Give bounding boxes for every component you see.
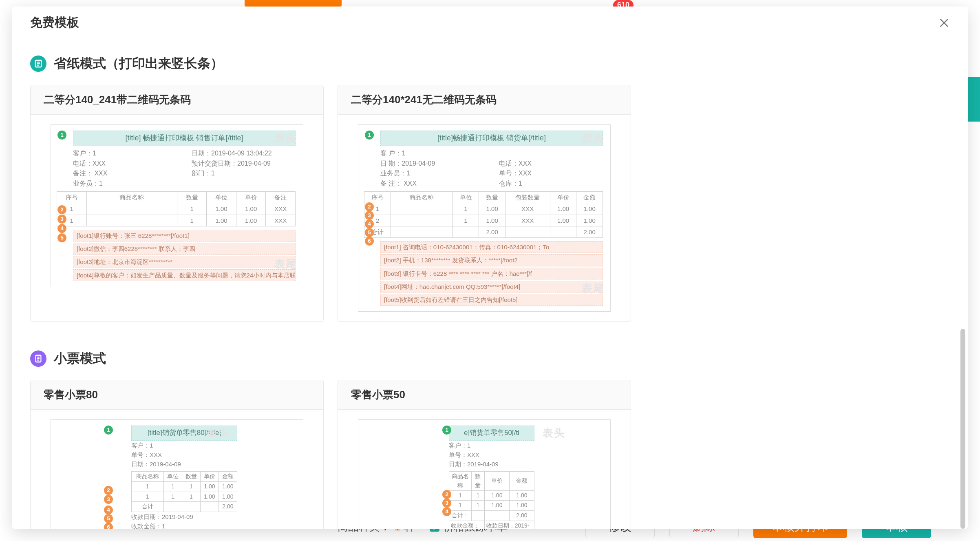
bullet-icon: 6 (365, 237, 374, 246)
th: 序号 (57, 192, 87, 203)
kv-item: 日期：2019-04-09 (131, 459, 237, 469)
th: 数量 (479, 192, 505, 203)
th: 商品名称 (86, 192, 177, 203)
table-row: 1111.001.00 (132, 492, 237, 502)
close-icon (939, 18, 949, 28)
close-button[interactable] (937, 16, 951, 30)
preview-table: 序号 商品名称 单位 数量 包装数量 单价 金额 111.00XXX1.001.… (364, 191, 603, 238)
table-row: 111.001.00XXX (57, 215, 296, 226)
table-sum-row: 合计：2.00 (449, 511, 534, 521)
kv-block: 客户：1 单号：XXX 日期：2019-04-09 (449, 441, 534, 469)
table-sum-row: 合计2.00 (132, 502, 237, 512)
template-preview: 表头 1 [title]畅捷通打印模板 销货单[/title] 客 户：1 日 … (358, 124, 611, 312)
kv-item: 收款日期：2019-04-09 (131, 512, 237, 521)
th: 单价 (484, 472, 509, 490)
bullet-icon: 2 (365, 202, 374, 211)
section-paper-save: 省纸模式（打印出来竖长条） (30, 55, 950, 73)
note-icon (30, 350, 46, 367)
kv-item: 客户：1 (131, 441, 237, 450)
th: 包装数量 (505, 192, 550, 203)
kv-item: 仓库：1 (499, 179, 603, 189)
bullet-icon: 3 (57, 215, 66, 224)
table-row: 111.00XXX1.001.00 (364, 203, 603, 215)
kv-item: 预计交货日期：2019-04-09 (192, 159, 296, 169)
modal-title: 免费模板 (30, 14, 79, 31)
template-card-rc2[interactable]: 零售小票50 表头 1 e]销货单零售50[/ti 客户：1 单号：XXX 日期… (338, 380, 631, 529)
preview-title: [title] 畅捷通打印模板 销售订单[/title] (73, 131, 296, 146)
th: 单价 (550, 192, 576, 203)
table-row: 111.001.00XXX (57, 203, 296, 215)
bullet-icon: 1 (365, 131, 374, 140)
preview-table: 商品名称数量单价金额 111.001.00 111.001.00 合计：2.00… (449, 471, 534, 529)
kv-item: 备 注： XXX (380, 179, 484, 189)
foot-line: [foot3]地址：北京市海淀区********** (73, 256, 296, 268)
template-card-rc1[interactable]: 零售小票80 表头 1 [title]销货单零售80[/title] 客户：1 … (30, 380, 324, 529)
th: 数量 (471, 472, 484, 490)
foot-line: [foot2] 手机：138******** 发货联系人：*****[/foot… (380, 254, 603, 266)
foot-line: [foot3] 银行卡号：6228 **** **** **** *** 户名：… (380, 268, 603, 279)
table-row: 211.00XXX1.001.00 (364, 215, 603, 226)
kv-after: 收款日期：2019-04-09 收款金额：1 (131, 512, 237, 529)
table-row: 111.001.00 (449, 501, 534, 511)
kv-item: 单号：XXX (131, 450, 237, 459)
preview-title: e]销货单零售50[/ti (449, 426, 534, 440)
kv-block: 客户：1 单号：XXX 日期：2019-04-09 (131, 441, 237, 469)
foot-line: [foot5]收到货后如有差错请在三日之内告知[/foot5] (380, 294, 603, 306)
section-paper-save-title: 省纸模式（打印出来竖长条） (54, 55, 223, 73)
foot-line: [foot4]网址：hao.chanjet.com QQ:593******[/… (380, 281, 603, 293)
foot-line: [foot4]尊敬的客户：如发生产品质量、数量及服务等问题，请您24小时内与本店… (73, 269, 296, 281)
preview-title: [title]销货单零售80[/title] (131, 426, 237, 440)
table-row: 1111.001.00 (132, 482, 237, 492)
kv-item: 备注： XXX (73, 169, 177, 179)
modal-overlay: 免费模板 省纸模式（打印出来竖长条） 二等分140_241带二维码无条码 (0, 0, 980, 541)
kv-item: 业务员：1 (380, 169, 484, 179)
template-card-ps1[interactable]: 二等分140_241带二维码无条码 表头 1 [title] 畅捷通打印模板 销… (30, 85, 324, 322)
section-receipt-title: 小票模式 (54, 350, 106, 368)
bullet-icon: 6 (104, 523, 113, 529)
table-after-row: 收款金额：1收款日期：2019-04-09 (449, 521, 534, 529)
kv-item: 单号：XXX (449, 450, 534, 459)
list-icon (30, 55, 46, 72)
bullet-icon: 4 (365, 220, 374, 228)
bullet-icon: 1 (57, 131, 66, 140)
th: 单位 (207, 192, 236, 203)
bullet-icon: 4 (57, 224, 66, 233)
table-sum-row: 合计2.002.00 (364, 226, 603, 237)
template-card-ps2[interactable]: 二等分140*241无二维码无条码 表头 1 [title]畅捷通打印模板 销货… (338, 85, 631, 322)
kv-item: 业务员：1 (73, 179, 177, 189)
th: 序号 (364, 192, 391, 203)
template-preview: 表头 1 e]销货单零售50[/ti 客户：1 单号：XXX 日期：2019-0… (358, 419, 611, 529)
preview-table: 序号 商品名称 数量 单位 单价 备注 111.001.00XXX 111.00… (57, 191, 296, 226)
kv-item: 收款金额：1 (131, 521, 237, 529)
modal-body[interactable]: 省纸模式（打印出来竖长条） 二等分140_241带二维码无条码 表头 1 [ti… (12, 39, 968, 529)
bullet-icon: 1 (104, 426, 113, 435)
modal-scrollbar[interactable] (960, 329, 965, 529)
bullet-icon: 2 (104, 486, 113, 495)
foot-line: [foot1] 咨询电话：010-62430001；传真：010-6243000… (380, 241, 603, 253)
template-card-title: 零售小票80 (31, 380, 323, 410)
foot-line: [foot1]银行账号：张三 6228********[/foot1] (73, 230, 296, 242)
modal-header: 免费模板 (12, 7, 968, 39)
bullet-icon: 5 (365, 228, 374, 237)
kv-item: 客 户：1 (380, 149, 484, 159)
th: 单位 (164, 472, 182, 482)
kv-item: 部门：1 (192, 169, 296, 179)
table-row: 111.001.00 (449, 490, 534, 501)
bullet-icon: 3 (365, 211, 374, 220)
th: 单位 (452, 192, 479, 203)
template-card-title: 二等分140*241无二维码无条码 (338, 85, 631, 115)
th: 商品名称 (132, 472, 164, 482)
foot-line: [foot2]微信：李四6228******** 联系人：李四 (73, 243, 296, 255)
th: 商品名称 (449, 472, 472, 490)
th: 单价 (201, 472, 219, 482)
section-receipt: 小票模式 (30, 350, 950, 368)
th: 金额 (219, 472, 237, 482)
th: 备注 (266, 192, 296, 203)
template-preview: 表头 1 [title] 畅捷通打印模板 销售订单[/title] 客户：1 电… (51, 124, 303, 287)
th: 金额 (576, 192, 603, 203)
th: 数量 (177, 192, 207, 203)
template-card-title: 二等分140_241带二维码无条码 (31, 85, 323, 115)
th: 金额 (509, 472, 534, 490)
th: 商品名称 (391, 192, 452, 203)
th: 单价 (236, 192, 266, 203)
